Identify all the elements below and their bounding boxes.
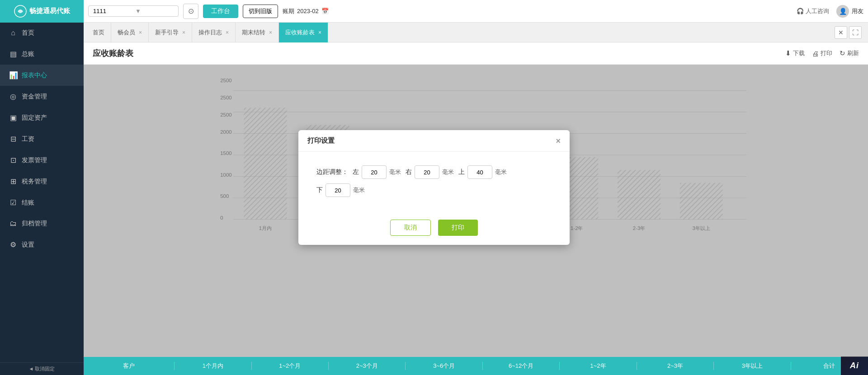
tab-maximize-btn[interactable]: ⛶: [849, 26, 862, 39]
sidebar-label-settings: 设置: [22, 241, 34, 249]
sidebar-item-home[interactable]: ⌂ 首页: [0, 23, 84, 43]
download-button[interactable]: ⬇ 下载: [785, 49, 805, 57]
bottom-label: 下: [316, 186, 323, 194]
tab-home[interactable]: 首页: [86, 23, 111, 42]
sidebar-label-fixed: 固定资产: [22, 114, 47, 122]
page-toolbar: 应收账龄表 ⬇ 下载 🖨 打印 ↻ 刷新: [84, 42, 868, 65]
refresh-button[interactable]: ↻ 刷新: [840, 49, 859, 57]
payroll-icon: ⊟: [9, 135, 17, 143]
tab-ar-aging-label: 应收账龄表: [285, 28, 315, 37]
tab-close-all-icon: ✕: [838, 29, 844, 36]
sidebar-label-checkout: 结账: [22, 199, 34, 207]
top-margin-group: 上 毫米: [458, 165, 507, 179]
dialog-body: 边距调整： 左 毫米 右 毫米 上 毫米 下: [298, 152, 570, 211]
sidebar-item-settings[interactable]: ⚙ 设置: [0, 234, 84, 255]
tab-guide-label: 新手引导: [155, 28, 179, 37]
sidebar-label-invoice: 发票管理: [22, 156, 47, 164]
print-button[interactable]: 🖨 打印: [812, 49, 832, 57]
history-icon: ⊙: [188, 7, 194, 15]
ai-badge: Ai: [841, 356, 868, 375]
top-unit: 毫米: [495, 168, 507, 176]
sidebar-item-fixed-assets[interactable]: ▣ 固定资产: [0, 107, 84, 128]
left-margin-input[interactable]: [362, 165, 387, 179]
user-area[interactable]: 👤 用友: [836, 5, 863, 18]
col-3-6month: 3~6个月: [406, 362, 482, 370]
sidebar-item-fund-mgmt[interactable]: ◎ 资金管理: [0, 86, 84, 107]
print-icon: 🖨: [812, 50, 819, 57]
sidebar-collapse-btn[interactable]: ◄ 取消固定: [0, 362, 84, 375]
tab-close-all-btn[interactable]: ✕: [835, 26, 847, 39]
account-period-value: 2023-02: [297, 8, 319, 14]
tab-maximize-icon: ⛶: [852, 29, 859, 36]
top-margin-input[interactable]: [467, 165, 492, 179]
tab-period-close-close[interactable]: ×: [269, 29, 272, 36]
page-title: 应收账龄表: [93, 48, 133, 59]
top-header: 畅捷通易代账 1111 ▼ ⊙ 工作台 切到旧版 账期 2023-02 📅 🎧 …: [0, 0, 868, 23]
bottom-table-header: 客户 1个月内 1~2个月 2~3个月 3~6个月 6~12个月: [84, 357, 868, 375]
tax-icon: ⊞: [9, 177, 17, 186]
confirm-print-button[interactable]: 打印: [438, 220, 478, 236]
tab-oplog[interactable]: 操作日志 ×: [192, 23, 236, 42]
tab-guide-close[interactable]: ×: [182, 29, 185, 36]
refresh-label: 刷新: [847, 49, 859, 57]
fund-icon: ◎: [9, 92, 17, 101]
switch-old-button[interactable]: 切到旧版: [243, 5, 278, 18]
tab-ar-aging[interactable]: 应收账龄表 ×: [279, 23, 328, 42]
workbench-button[interactable]: 工作台: [203, 5, 238, 18]
bottom-margin-input[interactable]: [326, 183, 350, 197]
header-right: 🎧 人工咨询 👤 用友: [797, 5, 863, 18]
tab-period-close[interactable]: 期末结转 ×: [236, 23, 279, 42]
col-customer: 客户: [84, 362, 175, 370]
user-label: 用友: [852, 7, 863, 15]
tab-vip-label: 畅会员: [118, 28, 135, 37]
col-2-3month: 2~3个月: [329, 362, 406, 370]
refresh-icon: ↻: [840, 49, 845, 57]
support-link[interactable]: 🎧 人工咨询: [797, 7, 829, 15]
sidebar-item-payroll[interactable]: ⊟ 工资: [0, 128, 84, 150]
tab-vip-close[interactable]: ×: [139, 29, 142, 36]
history-btn[interactable]: ⊙: [183, 4, 198, 19]
bottom-unit: 毫米: [353, 186, 365, 194]
sidebar-item-tax-mgmt[interactable]: ⊞ 税务管理: [0, 171, 84, 192]
sidebar-item-report-center[interactable]: 📊 报表中心: [0, 65, 84, 86]
cancel-button[interactable]: 取消: [390, 220, 431, 236]
sidebar-item-archive-mgmt[interactable]: 🗂 归档管理: [0, 213, 84, 234]
logo-icon: [14, 5, 27, 18]
ai-text: Ai: [850, 361, 859, 370]
tab-guide[interactable]: 新手引导 ×: [149, 23, 192, 42]
support-label: 人工咨询: [806, 7, 829, 15]
tab-home-label: 首页: [93, 28, 104, 37]
tab-vip[interactable]: 畅会员 ×: [111, 23, 149, 42]
calendar-icon[interactable]: 📅: [321, 8, 329, 14]
account-period-label: 账期: [283, 7, 294, 15]
sidebar-item-checkout[interactable]: ☑ 结账: [0, 192, 84, 213]
tab-actions: ✕ ⛶: [831, 26, 865, 39]
dialog-footer: 取消 打印: [298, 211, 570, 245]
col-6-12month: 6~12个月: [483, 362, 560, 370]
right-label: 右: [406, 168, 412, 176]
tab-oplog-close[interactable]: ×: [226, 29, 229, 36]
ledger-icon: ▤: [9, 50, 17, 58]
tabs-bar: 首页 畅会员 × 新手引导 × 操作日志 × 期末结转 × 应收账龄表 ×: [84, 23, 868, 42]
company-selector[interactable]: 1111 ▼: [88, 5, 179, 17]
avatar-icon: 👤: [839, 8, 847, 15]
col-3year-plus: 3年以上: [714, 362, 791, 370]
sidebar-label-tax: 税务管理: [22, 178, 47, 186]
dialog-close-button[interactable]: ×: [556, 137, 561, 145]
bottom-margin-group: 下 毫米: [316, 183, 365, 197]
logo-text: 畅捷通易代账: [29, 7, 70, 15]
margin-settings: 边距调整： 左 毫米 右 毫米 上 毫米 下: [316, 165, 552, 197]
right-margin-input[interactable]: [415, 165, 439, 179]
home-icon: ⌂: [9, 29, 17, 37]
toolbar-right: ⬇ 下载 🖨 打印 ↻ 刷新: [785, 49, 859, 57]
sidebar-label-home: 首页: [22, 29, 34, 37]
sidebar-label-report: 报表中心: [22, 71, 47, 80]
archive-icon: 🗂: [9, 220, 17, 228]
sidebar-item-general-ledger[interactable]: ▤ 总账: [0, 43, 84, 65]
company-name: 1111: [93, 8, 132, 14]
dialog-header: 打印设置 ×: [298, 130, 570, 152]
sidebar-label-payroll: 工资: [22, 135, 34, 143]
settings-icon: ⚙: [9, 240, 17, 249]
tab-ar-aging-close[interactable]: ×: [318, 29, 321, 36]
sidebar-item-invoice-mgmt[interactable]: ⊡ 发票管理: [0, 150, 84, 171]
